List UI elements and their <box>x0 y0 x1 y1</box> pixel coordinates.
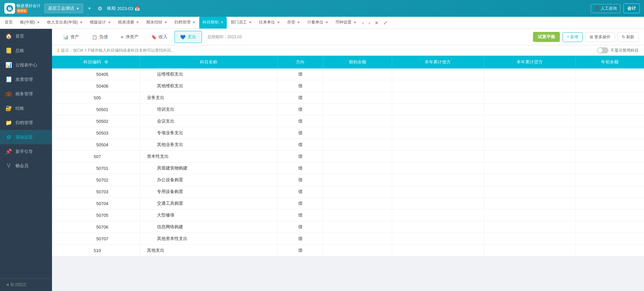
tab-home-label: 首页 <box>5 19 13 25</box>
tab-currency-label: 币种设置 <box>335 19 352 25</box>
table-row[interactable]: 50501 培训支出 借 <box>52 104 644 115</box>
tab-template[interactable]: 模版设计 ✕ <box>87 17 114 29</box>
sidebar-item-archive[interactable]: 📁 归档管理 <box>0 115 52 130</box>
refresh-button[interactable]: ↻ 刷新 <box>618 32 639 42</box>
more-button[interactable]: ⊞ 更多操作 <box>585 32 614 42</box>
sub-tab-income[interactable]: 🔖 收入 <box>146 31 173 43</box>
sidebar-item-home[interactable]: 🏠 首页 <box>0 29 52 43</box>
sidebar-item-member[interactable]: V 畅会员 <box>0 159 52 173</box>
settings-col-icon[interactable]: ⚙ <box>104 59 108 64</box>
cell-balance <box>323 80 392 92</box>
toggle-area: 不显示禁用科目 <box>597 47 639 53</box>
tab-counterparty[interactable]: 往来单位 ✕ <box>256 17 283 29</box>
table-row[interactable]: 50504 其他业务支出 借 <box>52 139 644 151</box>
tab-scroll-right[interactable]: › <box>367 17 372 29</box>
table-row[interactable]: 510 其他支出 借 <box>52 245 644 256</box>
th-code: 科目编码 ⚙ <box>52 56 140 68</box>
sidebar-item-report[interactable]: 📊 云报表中心 <box>0 58 52 72</box>
table-row[interactable]: 50502 会议支出 借 <box>52 115 644 127</box>
tab-tax-close[interactable]: ✕ <box>136 20 139 24</box>
table-row[interactable]: 50503 专项业务支出 借 <box>52 127 644 139</box>
tab-subject-init-label: 科目期初 <box>203 19 219 25</box>
add-company-button[interactable]: + <box>86 4 93 13</box>
tab-income[interactable]: 收入支出表(年报) ✕ <box>44 17 86 29</box>
income-icon: 🔖 <box>151 35 157 40</box>
sidebar-item-settings[interactable]: ⚙ 基础设置 <box>0 130 52 144</box>
cell-credit <box>484 104 576 115</box>
sub-tab-liability-label: 负债 <box>99 34 108 40</box>
tab-income-close[interactable]: ✕ <box>80 20 83 24</box>
tab-period-end-close[interactable]: ✕ <box>164 20 167 24</box>
sidebar: 🏠 首页 📒 总账 📊 云报表中心 🧾 发票管理 💼 税务管理 🔐 结账 📁 归… <box>0 29 52 291</box>
table-row[interactable]: 505 业务支出 借 <box>52 92 644 104</box>
add-button[interactable]: + 新增 <box>562 32 583 42</box>
table-row[interactable]: 50702 办公设备购置 借 <box>52 174 644 186</box>
tab-expand[interactable]: ⤢ <box>381 17 389 29</box>
table-row[interactable]: 50704 交通工具购置 借 <box>52 198 644 209</box>
tab-subject-init[interactable]: 科目期初 ✕ <box>199 17 227 29</box>
tab-period-end[interactable]: 期末结转 ✕ <box>143 17 170 29</box>
cell-dir: 借 <box>277 80 323 92</box>
tab-counterparty-close[interactable]: ✕ <box>277 20 280 24</box>
sidebar-collapse-btn[interactable]: ◄ 取消固定 <box>0 278 52 291</box>
cell-balance <box>323 198 392 209</box>
table-row[interactable]: 507 资本性支出 借 <box>52 151 644 162</box>
disable-subject-toggle[interactable] <box>597 47 608 53</box>
tab-tax[interactable]: 税表清册 ✕ <box>115 17 142 29</box>
sidebar-item-ledger[interactable]: 📒 总账 <box>0 43 52 58</box>
tab-department[interactable]: 部门员工 ✕ <box>227 17 255 29</box>
tab-scroll-left[interactable]: ‹ <box>360 17 366 29</box>
table-wrapper[interactable]: 科目编码 ⚙ 科目名称 方向 期初余额 本年累计借方 本年累计贷方 年初余额 5… <box>52 56 644 291</box>
sidebar-item-guide[interactable]: 📌 新手引导 <box>0 144 52 159</box>
sub-tab-asset[interactable]: 📊 资产 <box>57 31 85 43</box>
tab-inventory[interactable]: 存货 ✕ <box>284 17 303 29</box>
tab-income-label: 收入支出表(年报) <box>47 19 78 25</box>
tab-archive-label: 归档管理 <box>174 19 191 25</box>
tab-home[interactable]: 首页 <box>1 17 16 29</box>
ai-consult-button[interactable]: 🎧 人工咨询 <box>591 4 621 13</box>
tab-archive[interactable]: 归档管理 ✕ <box>171 17 199 29</box>
tab-period[interactable]: 账(中期) ✕ <box>17 17 43 29</box>
table-row[interactable]: 50701 房屋建筑物购建 借 <box>52 162 644 174</box>
sidebar-item-tax[interactable]: 💼 税务管理 <box>0 87 52 101</box>
period-display: 启用期间：2023.03 <box>207 34 242 40</box>
cell-debit <box>392 186 484 198</box>
tab-currency[interactable]: 币种设置 ✕ <box>332 17 360 29</box>
th-debit: 本年累计借方 <box>392 56 484 68</box>
cell-credit <box>484 92 576 104</box>
tab-bar: 首页 账(中期) ✕ 收入支出表(年报) ✕ 模版设计 ✕ 税表清册 ✕ 期末结… <box>0 17 644 29</box>
tab-period-label: 账(中期) <box>20 19 35 25</box>
balance-button[interactable]: 试算平衡 <box>533 32 560 42</box>
sidebar-item-closing[interactable]: 🔐 结账 <box>0 101 52 115</box>
table-row[interactable]: 50706 信息网络购建 借 <box>52 221 644 233</box>
tab-unit-label: 计量单位 <box>307 19 323 25</box>
sidebar-item-invoice[interactable]: 🧾 发票管理 <box>0 72 52 87</box>
sub-tab-expenditure[interactable]: 💙 支出 <box>174 31 202 43</box>
table-row[interactable]: 50405 运维维权支出 借 <box>52 68 644 80</box>
tab-unit-close[interactable]: ✕ <box>325 20 328 24</box>
tab-archive-close[interactable]: ✕ <box>193 20 195 24</box>
tab-template-close[interactable]: ✕ <box>108 20 111 24</box>
sub-tab-liability[interactable]: 📋 负债 <box>86 31 114 43</box>
sidebar-item-closing-label: 结账 <box>15 105 24 111</box>
cell-code: 50701 <box>52 162 140 174</box>
account-button[interactable]: 会计 <box>623 3 640 13</box>
sub-tab-asset-label: 资产 <box>70 34 79 40</box>
company-selector[interactable]: 基层工会测试 ▼ <box>44 4 83 13</box>
tab-department-close[interactable]: ✕ <box>249 20 252 24</box>
tab-period-close[interactable]: ✕ <box>37 20 40 24</box>
tab-close-all[interactable]: ✕ <box>373 17 381 29</box>
sub-tab-net-asset[interactable]: ≡ 净资产 <box>115 31 144 43</box>
table-row[interactable]: 50707 其他资本性支出 借 <box>52 233 644 245</box>
tab-subject-init-close[interactable]: ✕ <box>221 20 223 24</box>
table-row[interactable]: 50703 专用设备购置 借 <box>52 186 644 198</box>
table-row[interactable]: 50406 其他维权支出 借 <box>52 80 644 92</box>
table-row[interactable]: 50705 大型修缮 借 <box>52 209 644 221</box>
tab-currency-close[interactable]: ✕ <box>354 20 356 24</box>
cell-balance <box>323 139 392 151</box>
tab-unit[interactable]: 计量单位 ✕ <box>304 17 331 29</box>
collapse-label: ◄ 取消固定 <box>5 282 26 288</box>
tab-inventory-close[interactable]: ✕ <box>297 20 300 24</box>
cell-name: 办公设备购置 <box>140 174 278 186</box>
settings-button[interactable]: ⚙ <box>96 4 104 13</box>
